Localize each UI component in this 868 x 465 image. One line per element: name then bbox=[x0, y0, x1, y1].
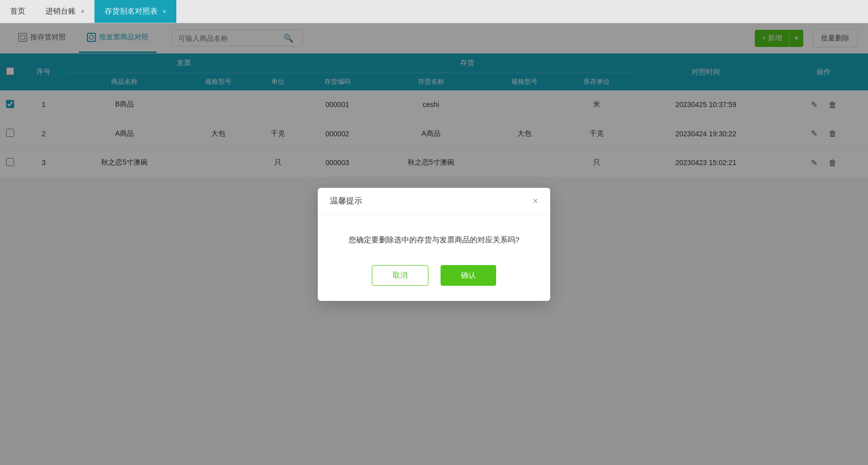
tab-home-label: 首页 bbox=[10, 7, 25, 16]
tab-ledger-label: 进销台账 bbox=[45, 7, 76, 16]
tab-inventory-alias-label: 存货别名对照表 bbox=[105, 7, 158, 16]
tab-home[interactable]: 首页 bbox=[0, 0, 35, 23]
tab-inventory-alias[interactable]: 存货别名对照表 × bbox=[94, 0, 176, 23]
tab-bar: 首页 进销台账 × 存货别名对照表 × bbox=[0, 0, 868, 23]
confirm-modal: 温馨提示 × 您确定要删除选中的存货与发票商品的对应关系吗? 取消 确认 bbox=[318, 188, 550, 301]
modal-footer: 取消 确认 bbox=[318, 260, 550, 301]
modal-body: 您确定要删除选中的存货与发票商品的对应关系吗? bbox=[318, 215, 550, 260]
modal-message: 您确定要删除选中的存货与发票商品的对应关系吗? bbox=[349, 235, 519, 244]
modal-close-button[interactable]: × bbox=[533, 196, 538, 205]
content-area: 按存货对照 按发票商品对照 🔍 + 新增 ▾ 批量删除 bbox=[0, 23, 868, 465]
modal-overlay: 温馨提示 × 您确定要删除选中的存货与发票商品的对应关系吗? 取消 确认 bbox=[0, 23, 868, 465]
confirm-button[interactable]: 确认 bbox=[441, 265, 496, 286]
cancel-button[interactable]: 取消 bbox=[372, 265, 428, 286]
tab-ledger[interactable]: 进销台账 × bbox=[35, 0, 94, 23]
modal-header: 温馨提示 × bbox=[318, 188, 550, 215]
tab-ledger-close[interactable]: × bbox=[81, 8, 84, 15]
modal-title: 温馨提示 bbox=[330, 196, 362, 206]
tab-inventory-alias-close[interactable]: × bbox=[163, 8, 166, 15]
